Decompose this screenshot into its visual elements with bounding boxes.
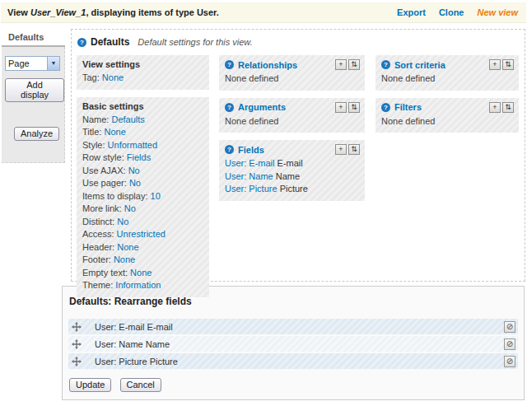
setting-value-link[interactable]: None [114, 254, 135, 264]
view-name: User_View_1 [30, 7, 86, 17]
setting-value-link[interactable]: Information [115, 280, 161, 290]
setting-value-link[interactable]: Unrestricted [117, 229, 166, 239]
display-description: Default settings for this view. [138, 37, 252, 47]
add-icon[interactable]: + [335, 59, 347, 70]
rearrange-icon[interactable]: ⇅ [502, 102, 514, 113]
column-middle: ? Relationships + ⇅ None defined ? Argum… [219, 55, 365, 208]
field-item-label: E-mail [277, 158, 303, 168]
view-settings-box: View settings Tag: None [77, 55, 209, 90]
filters-link[interactable]: Filters [394, 102, 422, 112]
fields-box: ? Fields + ⇅ User: E-mail E-mail User: N… [219, 140, 365, 201]
setting-row: Access: Unrestricted [82, 228, 204, 241]
setting-row: Name: Defaults [82, 114, 204, 127]
display-heading: Defaults [91, 36, 129, 48]
rearrange-row-label: User: E-mail E-mail [95, 322, 504, 332]
setting-value-link[interactable]: Defaults [111, 114, 144, 124]
setting-row: Items to display: 10 [82, 190, 204, 203]
setting-row: Footer: None [82, 254, 204, 267]
setting-value-link[interactable]: None [105, 127, 126, 137]
setting-label: Tag: [82, 72, 100, 82]
help-icon[interactable]: ? [381, 103, 390, 112]
fields-link[interactable]: Fields [238, 145, 264, 155]
field-item-link[interactable]: User: Picture [225, 184, 277, 194]
setting-row: Empty text: None [82, 267, 204, 280]
setting-label: Title: [82, 127, 101, 137]
page-title: View User_View_1, displaying items of ty… [7, 7, 219, 17]
setting-row: Distinct: No [82, 216, 204, 229]
analyze-button[interactable]: Analyze [14, 127, 59, 141]
relationships-empty: None defined [225, 72, 360, 86]
relationships-link[interactable]: Relationships [238, 60, 297, 70]
export-link[interactable]: Export [397, 7, 426, 17]
relationships-box: ? Relationships + ⇅ None defined [219, 55, 365, 91]
display-header: ? Defaults Default settings for this vie… [77, 36, 520, 48]
setting-value-link[interactable]: None [102, 72, 124, 82]
add-icon[interactable]: + [335, 144, 347, 155]
drag-handle-icon[interactable] [72, 339, 83, 349]
setting-value-link[interactable]: 10 [151, 191, 161, 201]
setting-value-link[interactable]: No [128, 166, 140, 175]
remove-icon[interactable]: ⊘ [504, 321, 515, 333]
table-row[interactable]: User: Picture Picture ⊘ [68, 353, 518, 369]
remove-icon[interactable]: ⊘ [504, 356, 515, 367]
page-title-prefix: View [7, 7, 28, 17]
setting-row: More link: No [82, 203, 204, 216]
update-button[interactable]: Update [69, 378, 111, 392]
table-row[interactable]: User: Name Name ⊘ [68, 336, 518, 352]
column-basic: View settings Tag: None Basic settings N… [77, 55, 209, 305]
setting-label: Footer: [82, 254, 111, 264]
cancel-button[interactable]: Cancel [120, 378, 161, 392]
setting-value-link[interactable]: No [129, 178, 141, 188]
table-row[interactable]: User: E-mail E-mail ⊘ [68, 319, 518, 334]
setting-value-link[interactable]: None [117, 242, 138, 252]
sort-criteria-link[interactable]: Sort criteria [394, 60, 445, 70]
display-type-select[interactable]: Page ▼ [5, 56, 60, 71]
rearrange-icon[interactable]: ⇅ [348, 59, 360, 70]
filters-empty: None defined [381, 115, 514, 128]
field-item-link[interactable]: User: Name [225, 171, 273, 181]
arguments-title-row: ? Arguments + ⇅ [225, 102, 360, 113]
help-icon[interactable]: ? [77, 38, 86, 47]
rearrange-icon[interactable]: ⇅ [348, 144, 360, 155]
clone-link[interactable]: Clone [439, 7, 464, 17]
arguments-link[interactable]: Arguments [238, 102, 286, 112]
setting-row: Tag: None [82, 72, 204, 85]
rearrange-icon[interactable]: ⇅ [348, 102, 360, 113]
drag-handle-icon[interactable] [72, 357, 83, 366]
setting-label: Row style: [82, 152, 124, 162]
tab-defaults[interactable]: Defaults [2, 29, 65, 47]
help-icon[interactable]: ? [225, 145, 234, 154]
setting-row: Theme: Information [82, 279, 204, 292]
add-icon[interactable]: + [489, 102, 501, 113]
rearrange-icon[interactable]: ⇅ [502, 59, 514, 70]
arguments-box: ? Arguments + ⇅ None defined [219, 98, 365, 133]
setting-label: Empty text: [82, 268, 128, 278]
add-display-panel: Page ▼ Add display Analyze [2, 47, 65, 163]
new-view-link[interactable]: New view [477, 7, 518, 17]
setting-value-link[interactable]: Fields [127, 152, 151, 162]
sort-criteria-box: ? Sort criteria + ⇅ None defined [375, 55, 519, 91]
field-item: User: E-mail E-mail [225, 157, 360, 170]
arguments-empty: None defined [225, 115, 360, 128]
add-icon[interactable]: + [335, 102, 347, 113]
field-item: User: Name Name [225, 170, 360, 184]
help-icon[interactable]: ? [381, 60, 390, 69]
help-icon[interactable]: ? [225, 103, 234, 112]
setting-label: More link: [82, 203, 122, 213]
relationships-title-row: ? Relationships + ⇅ [225, 59, 360, 70]
basic-settings-title: Basic settings [82, 101, 204, 111]
setting-label: Header: [82, 242, 114, 252]
setting-value-link[interactable]: No [117, 217, 128, 226]
add-icon[interactable]: + [489, 59, 501, 70]
drag-handle-icon[interactable] [72, 322, 83, 332]
setting-label: Items to display: [82, 191, 147, 201]
setting-value-link[interactable]: No [124, 203, 136, 213]
remove-icon[interactable]: ⊘ [504, 338, 515, 350]
field-item-link[interactable]: User: E-mail [225, 158, 275, 168]
setting-row: Title: None [82, 126, 204, 139]
help-icon[interactable]: ? [225, 60, 234, 69]
setting-row: Header: None [82, 241, 204, 254]
add-display-button[interactable]: Add display [5, 78, 64, 102]
setting-value-link[interactable]: None [130, 268, 152, 278]
setting-value-link[interactable]: Unformatted [108, 140, 158, 150]
